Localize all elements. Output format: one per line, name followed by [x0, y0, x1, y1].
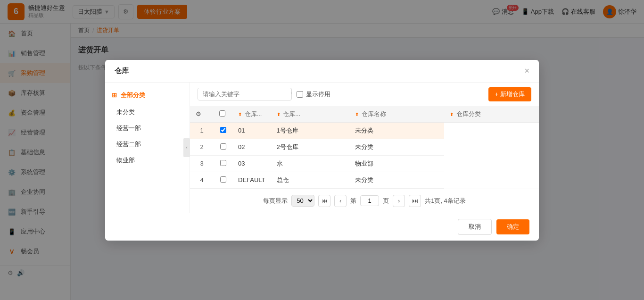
page-input[interactable]	[360, 195, 379, 206]
confirm-btn[interactable]: 确定	[496, 219, 529, 234]
data-toolbar: 🔍 显示停用 + 新增仓库	[190, 83, 539, 106]
modal-close-btn[interactable]: ×	[524, 67, 529, 75]
pagination-bar: 每页显示 50 ⏮ ‹ 第 页 › ⏭ 共1页, 4条记录	[190, 189, 539, 213]
search-input[interactable]	[198, 88, 287, 100]
row-cb-cell-1[interactable]	[214, 122, 232, 139]
modal-header: 仓库 ×	[105, 60, 539, 83]
per-page-select[interactable]: 50	[291, 195, 314, 207]
add-warehouse-btn[interactable]: + 新增仓库	[488, 87, 531, 101]
category-collapse-btn[interactable]: ‹	[183, 138, 190, 157]
search-btn[interactable]: 🔍	[287, 89, 292, 100]
row-seq-2: 2	[190, 139, 214, 155]
total-label: 共1页, 4条记录	[425, 197, 466, 205]
row-name-2: 2号仓库	[271, 139, 350, 155]
grid-icon: ⊞	[112, 92, 117, 99]
data-panel: 🔍 显示停用 + 新增仓库 ⚙	[190, 83, 539, 213]
prev-page-btn[interactable]: ‹	[334, 195, 347, 207]
row-seq-4: 4	[190, 172, 214, 188]
row-checkbox-4[interactable]	[220, 176, 226, 183]
modal-title: 仓库	[115, 67, 129, 75]
row-checkbox-1[interactable]	[220, 127, 226, 133]
row-code-3: 03	[232, 155, 271, 172]
table-head: ⚙ ⬆ 仓库... ⬆ 仓库... ⬆ 仓库名称	[190, 106, 539, 123]
row-category-2: 未分类	[349, 139, 444, 155]
modal-overlay[interactable]: 仓库 × ⊞ 全部分类 未分类 经营一部 经营二部	[0, 0, 644, 300]
row-name-1: 1号仓库	[271, 122, 350, 139]
row-code-1: 01	[232, 122, 271, 139]
row-seq-3: 3	[190, 155, 214, 172]
sort-code-icon: ⬆	[277, 112, 281, 117]
select-all-checkbox[interactable]	[219, 110, 225, 117]
row-cb-cell-3[interactable]	[214, 155, 232, 172]
first-page-btn[interactable]: ⏮	[318, 195, 330, 207]
last-page-btn[interactable]: ⏭	[409, 195, 421, 207]
row-seq-1: 1	[190, 122, 214, 139]
category-item-2[interactable]: 经营二部	[105, 136, 190, 152]
row-category-4: 未分类	[349, 172, 444, 188]
category-item-3[interactable]: 物业部	[105, 152, 190, 168]
all-categories-label: 全部分类	[121, 92, 145, 99]
next-page-btn[interactable]: ›	[393, 195, 405, 207]
col-checkbox-header[interactable]	[214, 106, 232, 123]
modal-body: ⊞ 全部分类 未分类 经营一部 经营二部 物业部 ‹	[105, 83, 539, 213]
warehouse-modal: 仓库 × ⊞ 全部分类 未分类 经营一部 经营二部	[105, 60, 539, 241]
table-row[interactable]: 2 02 2号仓库 未分类	[190, 139, 539, 155]
per-page-label: 每页显示	[263, 197, 288, 205]
row-name-4: 总仓	[271, 172, 350, 188]
page-label: 第	[350, 197, 356, 205]
row-category-1: 未分类	[349, 122, 444, 139]
modal-footer: 取消 确定	[105, 213, 539, 241]
col-code-header[interactable]: ⬆ 仓库...	[271, 106, 350, 123]
warehouse-table: ⚙ ⬆ 仓库... ⬆ 仓库... ⬆ 仓库名称	[190, 106, 539, 189]
sort-no-icon: ⬆	[238, 112, 242, 117]
category-panel: ⊞ 全部分类 未分类 经营一部 经营二部 物业部 ‹	[105, 83, 190, 213]
toolbar-left: 🔍 显示停用	[198, 88, 330, 100]
show-disabled-checkbox[interactable]	[297, 91, 303, 98]
sort-name-icon: ⬆	[355, 112, 359, 117]
row-code-4: DEFAULT	[232, 172, 271, 188]
category-item-0[interactable]: 未分类	[105, 104, 190, 120]
show-disabled-label[interactable]: 显示停用	[297, 90, 330, 99]
row-checkbox-2[interactable]	[220, 143, 226, 150]
row-name-3: 水	[271, 155, 350, 172]
page-suffix: 页	[383, 197, 389, 205]
table-row[interactable]: 1 01 1号仓库 未分类	[190, 122, 539, 139]
table-body: 1 01 1号仓库 未分类 2 02 2号仓库 未分类 3 03 水 物业部 4	[190, 122, 539, 188]
row-cb-cell-4[interactable]	[214, 172, 232, 188]
cancel-btn[interactable]: 取消	[458, 219, 492, 235]
row-checkbox-3[interactable]	[220, 160, 226, 166]
col-category-header[interactable]: ⬆ 仓库分类	[444, 106, 539, 123]
row-cb-cell-2[interactable]	[214, 139, 232, 155]
col-name-header[interactable]: ⬆ 仓库名称	[349, 106, 444, 123]
table-scroll: ⚙ ⬆ 仓库... ⬆ 仓库... ⬆ 仓库名称	[190, 106, 539, 189]
table-row[interactable]: 3 03 水 物业部	[190, 155, 539, 172]
col-gear-header[interactable]: ⚙	[190, 106, 214, 123]
col-no-header[interactable]: ⬆ 仓库...	[232, 106, 271, 123]
all-categories-btn[interactable]: ⊞ 全部分类	[105, 88, 190, 104]
category-item-1[interactable]: 经营一部	[105, 120, 190, 136]
table-row[interactable]: 4 DEFAULT 总仓 未分类	[190, 172, 539, 188]
row-code-2: 02	[232, 139, 271, 155]
row-category-3: 物业部	[349, 155, 444, 172]
search-box: 🔍	[198, 88, 292, 100]
sort-cat-icon: ⬆	[450, 112, 454, 117]
